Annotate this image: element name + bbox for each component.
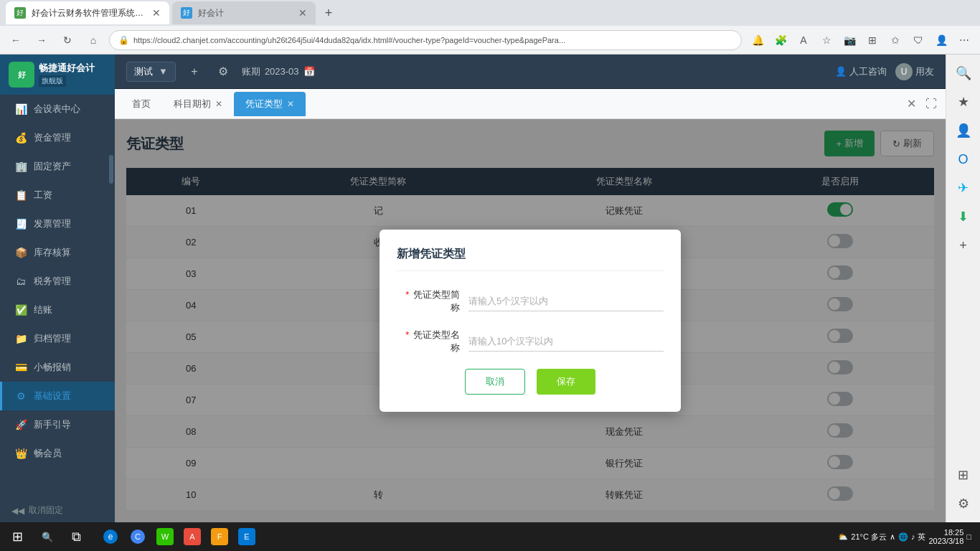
tab-title-2: 好会计 <box>198 7 224 19</box>
toolbar-settings-icon[interactable]: ⚙ <box>213 62 233 82</box>
sidebar-item-label-settle: 结账 <box>34 303 52 316</box>
short-name-input[interactable] <box>468 291 664 311</box>
notification-icon[interactable]: 🔔 <box>748 30 768 50</box>
settle-icon: ✅ <box>14 303 28 317</box>
taskbar-app-edge[interactable]: e <box>98 524 123 550</box>
taskbar-start-button[interactable]: ⊞ <box>3 522 32 551</box>
user-profile-icon[interactable]: 👤 <box>931 30 951 50</box>
extension-icon[interactable]: 🧩 <box>771 30 791 50</box>
taskbar-app-edge2[interactable]: E <box>234 524 260 550</box>
tab-close-1[interactable]: ✕ <box>152 7 161 19</box>
sidebar-item-label-dashboard: 会设表中心 <box>34 103 80 116</box>
translate-icon[interactable]: A <box>793 30 814 50</box>
tab-home-label: 首页 <box>132 98 151 110</box>
taskbar-app-store[interactable]: A <box>179 524 205 550</box>
tab-voucher[interactable]: 凭证类型 ✕ <box>234 92 306 116</box>
sidebar-item-label-finance: 资金管理 <box>34 131 71 144</box>
taskbar-search-button[interactable]: 🔍 <box>34 524 60 550</box>
sidebar-item-invoice[interactable]: 🧾 发票管理 <box>0 209 115 238</box>
taskbar-clock[interactable]: 18:25 2023/3/18 <box>928 528 963 545</box>
taskbar-app-files[interactable]: F <box>207 524 232 550</box>
screenshot-icon[interactable]: 📷 <box>839 30 859 50</box>
sidebar-item-inventory[interactable]: 📦 库存核算 <box>0 238 115 267</box>
tab-voucher-close[interactable]: ✕ <box>287 99 294 109</box>
tab-voucher-label: 凭证类型 <box>245 98 283 110</box>
right-star-icon[interactable]: ★ <box>951 89 976 115</box>
sidebar-item-expense[interactable]: 💳 小畅报销 <box>0 353 115 382</box>
tray-network-icon[interactable]: 🌐 <box>898 532 908 542</box>
tab-maximize-icon[interactable]: ⛶ <box>923 95 940 113</box>
sidebar: 好 畅捷通好会计 旗舰版 📊 会设表中心 💰 资金管理 🏢 固定资产 📋 工 <box>0 55 115 522</box>
right-download-icon[interactable]: ⬇ <box>951 204 976 230</box>
tab-expand-buttons: ✕ ⛶ <box>903 95 940 113</box>
url-bar[interactable]: 🔒 https://cloud2.chanjet.com/accounting/… <box>109 30 742 50</box>
right-user-icon[interactable]: 👤 <box>951 118 976 143</box>
add-company-button[interactable]: + <box>184 62 204 82</box>
right-settings-icon[interactable]: ⚙ <box>951 491 976 517</box>
sidebar-item-dashboard[interactable]: 📊 会设表中心 <box>0 95 115 123</box>
right-search-icon[interactable]: 🔍 <box>951 60 976 86</box>
right-add-icon[interactable]: + <box>951 232 976 258</box>
right-grid-icon[interactable]: ⊞ <box>951 462 976 488</box>
sidebar-item-finance[interactable]: 💰 资金管理 <box>0 123 115 152</box>
sidebar-item-member[interactable]: 👑 畅会员 <box>0 439 115 468</box>
sidebar-item-archive[interactable]: 📁 归档管理 <box>0 324 115 353</box>
home-button[interactable]: ⌂ <box>83 30 103 50</box>
tray-up-icon[interactable]: ∧ <box>890 532 895 542</box>
user-avatar: U <box>895 63 913 80</box>
guide-icon: 🚀 <box>14 418 28 432</box>
right-outlook-icon[interactable]: O <box>951 146 976 172</box>
short-name-label: * 凭证类型简称 <box>397 288 468 314</box>
new-tab-button[interactable]: + <box>319 3 339 23</box>
browser-menu-icon[interactable]: ⋯ <box>954 30 974 50</box>
full-name-row: * 凭证类型名称 <box>397 329 664 354</box>
sidebar-item-settings[interactable]: ⚙ 基础设置 <box>0 382 115 410</box>
refresh-button[interactable]: ↻ <box>57 30 77 50</box>
sidebar-item-assets[interactable]: 🏢 固定资产 <box>0 152 115 181</box>
browser-view-icon[interactable]: ⊞ <box>862 30 882 50</box>
tab-home[interactable]: 首页 <box>121 92 162 116</box>
clock-time: 18:25 <box>928 528 963 537</box>
back-button[interactable]: ← <box>6 30 26 50</box>
tray-sound-icon[interactable]: ♪ <box>911 532 915 541</box>
forward-button[interactable]: → <box>32 30 52 50</box>
browser-tabs-bar: 好 好会计云财务软件管理系统_会计 ✕ 好 好会计 ✕ + <box>0 0 980 26</box>
sidebar-item-label-settings: 基础设置 <box>34 390 71 402</box>
sidebar-unpin[interactable]: ◀◀ 取消固定 <box>0 499 115 522</box>
cancel-button[interactable]: 取消 <box>465 369 525 395</box>
tab-minimize-icon[interactable]: ✕ <box>903 95 920 113</box>
favorites-icon[interactable]: ☆ <box>816 30 837 50</box>
taskbar-notification-icon[interactable]: □ <box>966 532 971 541</box>
expense-icon: 💳 <box>14 360 28 375</box>
right-send-icon[interactable]: ✈ <box>951 175 976 201</box>
svg-text:A: A <box>189 532 195 541</box>
sidebar-item-settle[interactable]: ✅ 结账 <box>0 296 115 324</box>
taskbar: ⊞ 🔍 ⧉ e C W A F E ⛅ 21°C 多云 ∧ 🌐 ♪ 英 <box>0 522 980 551</box>
tab-close-2[interactable]: ✕ <box>298 7 307 19</box>
user-button[interactable]: U 用友 <box>895 63 934 80</box>
svg-text:W: W <box>161 532 169 541</box>
save-button[interactable]: 保存 <box>537 369 595 395</box>
taskbar-app-chrome[interactable]: C <box>125 524 151 550</box>
tab-favicon-2: 好 <box>181 7 192 19</box>
browser-tab-active[interactable]: 好 好会计云财务软件管理系统_会计 ✕ <box>6 1 169 24</box>
sidebar-item-salary[interactable]: 📋 工资 <box>0 181 115 209</box>
sidebar-item-label-assets: 固定资产 <box>34 160 71 173</box>
tab-subject[interactable]: 科目期初 ✕ <box>162 92 234 116</box>
sidebar-item-tax[interactable]: 🗂 税务管理 <box>0 267 115 296</box>
tab-subject-close[interactable]: ✕ <box>215 99 222 109</box>
browser-shield-icon[interactable]: 🛡 <box>908 30 928 50</box>
assets-icon: 🏢 <box>14 159 28 174</box>
taskbar-task-view[interactable]: ⧉ <box>63 524 89 550</box>
taskbar-app-wechat[interactable]: W <box>152 524 178 550</box>
sidebar-item-guide[interactable]: 🚀 新手引导 <box>0 410 115 439</box>
company-selector[interactable]: 测试 ▼ <box>126 62 176 82</box>
sidebar-item-label-tax: 税务管理 <box>34 275 71 288</box>
logo-icon: 好 <box>9 62 34 88</box>
address-bar-icons: 🔔 🧩 A ☆ 📷 ⊞ ✩ 🛡 👤 ⋯ <box>748 30 974 50</box>
browser-fav-icon[interactable]: ✩ <box>885 30 905 50</box>
consult-button[interactable]: 👤 人工咨询 <box>835 65 887 78</box>
browser-tab-2[interactable]: 好 好会计 ✕ <box>172 1 316 24</box>
full-name-input[interactable] <box>468 331 664 352</box>
app-container: 好 畅捷通好会计 旗舰版 📊 会设表中心 💰 资金管理 🏢 固定资产 📋 工 <box>0 55 980 522</box>
